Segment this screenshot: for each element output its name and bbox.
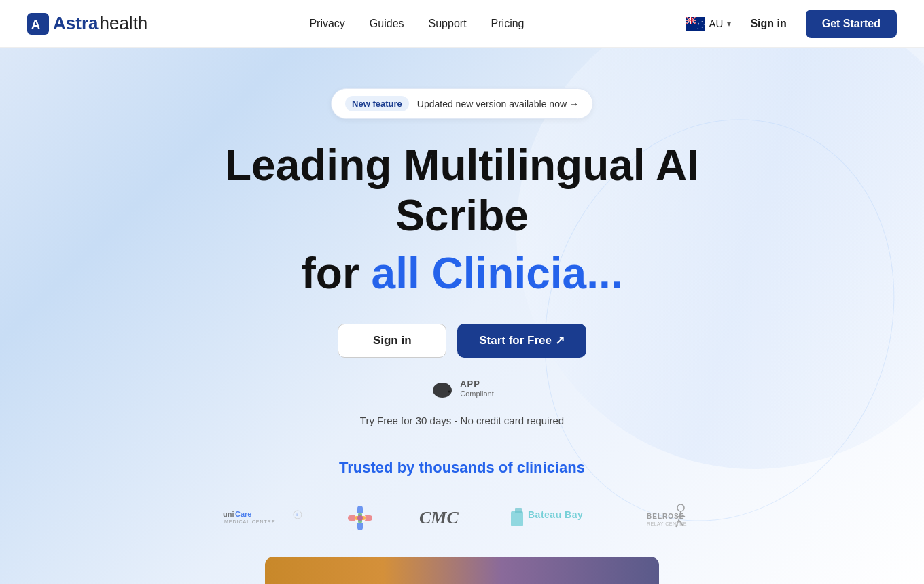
svg-text:RELAY CENTRE: RELAY CENTRE <box>647 521 687 526</box>
svg-text:A: A <box>31 18 40 31</box>
svg-rect-30 <box>511 511 523 526</box>
logos-row: uni Care MEDICAL CENTRE + CMC <box>0 501 924 535</box>
hero-start-button[interactable]: Start for Free ↗ <box>457 324 586 358</box>
svg-rect-10 <box>686 20 696 20</box>
bottom-image-strip <box>265 557 659 584</box>
hero-title-line1: Leading Multilingual AI Scribe <box>190 141 734 241</box>
belrose-logo-icon: BELROSE RELAY CENTRE <box>647 501 701 535</box>
svg-text:Bateau Bay: Bateau Bay <box>528 509 583 520</box>
app-sublabel: Compliant <box>460 390 494 398</box>
svg-text:Care: Care <box>235 510 251 518</box>
hero-title-for: for <box>302 249 372 298</box>
get-started-button[interactable]: Get Started <box>806 10 897 38</box>
logo-bateaubay: Bateau Bay <box>511 501 606 535</box>
svg-text:BELROSE: BELROSE <box>647 513 684 520</box>
hero-signin-button[interactable]: Sign in <box>338 324 446 358</box>
nav-privacy[interactable]: Privacy <box>309 18 344 29</box>
bateaubay-logo-icon: Bateau Bay <box>511 501 606 535</box>
nav-support[interactable]: Support <box>429 18 467 29</box>
svg-text:✦: ✦ <box>697 22 700 26</box>
badge-link-text: Updated new version available now → <box>417 99 579 109</box>
svg-point-28 <box>357 515 363 521</box>
navbar: A Astrahealth Privacy Guides Support Pri… <box>0 0 924 48</box>
svg-text:✦: ✦ <box>697 27 699 30</box>
svg-rect-31 <box>515 508 522 513</box>
nav-links: Privacy Guides Support Pricing <box>309 18 524 30</box>
try-free-text: Try Free for 30 days - No credit card re… <box>360 415 564 426</box>
chevron-down-icon: ▾ <box>727 19 731 29</box>
medcross-logo-icon <box>345 503 375 533</box>
svg-text:MEDICAL CENTRE: MEDICAL CENTRE <box>224 519 276 524</box>
svg-point-16 <box>433 383 452 398</box>
logo-cmc: CMC <box>416 504 470 532</box>
nav-right: ✦ ✦ ✦ ✦ ✦ AU ▾ Sign in Get Started <box>686 10 897 38</box>
trusted-title: Trusted by thousands of clinicians <box>339 459 585 477</box>
logo-medcross <box>345 503 375 533</box>
logo-icon: A <box>27 13 49 35</box>
region-label: AU <box>709 18 724 29</box>
cmc-logo-icon: CMC <box>416 504 470 532</box>
australia-icon <box>430 377 455 401</box>
badge-link[interactable]: Updated new version available now → <box>417 99 579 109</box>
svg-point-33 <box>677 504 684 511</box>
svg-text:✦: ✦ <box>701 26 703 29</box>
hero-section: New feature Updated new version availabl… <box>0 48 924 584</box>
app-compliant-badge: APP Compliant <box>430 377 494 401</box>
badge-new-label: New feature <box>345 96 409 111</box>
svg-point-17 <box>448 390 450 392</box>
svg-text:✦: ✦ <box>703 23 705 26</box>
nav-pricing[interactable]: Pricing <box>491 18 525 29</box>
nav-guides[interactable]: Guides <box>370 18 404 29</box>
hero-title-blue: all Clinicia... <box>372 249 623 298</box>
signin-button[interactable]: Sign in <box>742 12 794 35</box>
logo-health: health <box>99 13 147 34</box>
svg-text:+: + <box>296 513 298 517</box>
hero-title-line2: for all Clinicia... <box>302 249 623 299</box>
au-flag-icon: ✦ ✦ ✦ ✦ ✦ <box>686 17 705 31</box>
svg-text:CMC: CMC <box>419 508 459 528</box>
app-label: APP <box>460 379 494 390</box>
logo-astra: Astra <box>53 13 98 34</box>
logo-link[interactable]: A Astrahealth <box>27 13 147 35</box>
unicare-logo-icon: uni Care MEDICAL CENTRE + <box>223 504 304 532</box>
app-compliant-text: APP Compliant <box>460 379 494 398</box>
region-selector[interactable]: ✦ ✦ ✦ ✦ ✦ AU ▾ <box>686 17 732 31</box>
svg-text:uni: uni <box>223 510 234 518</box>
feature-badge[interactable]: New feature Updated new version availabl… <box>331 88 593 119</box>
logo-belrose: BELROSE RELAY CENTRE <box>647 501 701 535</box>
logo-unicare: uni Care MEDICAL CENTRE + <box>223 504 304 532</box>
hero-cta: Sign in Start for Free ↗ <box>338 324 586 358</box>
